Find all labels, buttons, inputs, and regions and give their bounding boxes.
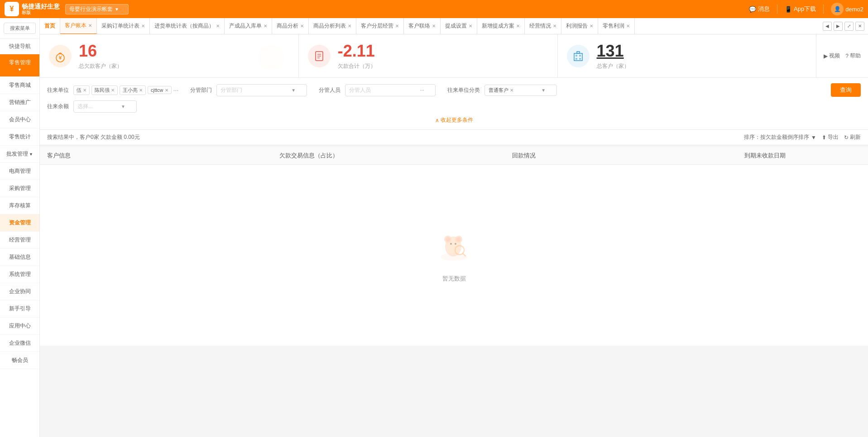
sidebar-item-basic-info[interactable]: 基础信息 [0, 249, 39, 266]
help-btn[interactable]: ? 帮助 [845, 38, 861, 74]
sidebar-item-new-guide[interactable]: 新手引导 [0, 300, 39, 318]
tab-close-all-btn[interactable]: ✕ [855, 22, 864, 31]
tab-accounts[interactable]: 客户账本 ✕ [60, 18, 97, 34]
tab-retail-profit-close[interactable]: ✕ [626, 24, 630, 28]
app-download-btn[interactable]: 📱 App下载 [785, 5, 816, 13]
table-header-customer: 客户信息 [47, 152, 279, 160]
empty-state: 暂无数据 [418, 209, 490, 301]
help-icon: ? [845, 53, 849, 59]
tab-stock-stat[interactable]: 进货单统计表（按商品） ✕ [150, 18, 225, 34]
user-btn[interactable]: 👤 demo2 [831, 3, 863, 15]
sidebar-item-member[interactable]: 会员中心 [0, 111, 39, 128]
tab-stock-stat-close[interactable]: ✕ [216, 24, 220, 28]
remove-tag-wu[interactable]: ✕ [83, 88, 86, 93]
tab-home[interactable]: 首页 [40, 18, 60, 34]
stat-label-total-customers: 总客户（家） [597, 62, 629, 70]
remove-category-tag[interactable]: ✕ [510, 88, 513, 93]
person-filter-label: 分管人员 [319, 86, 340, 94]
tab-customer-tier-close[interactable]: ✕ [395, 24, 399, 28]
video-btn[interactable]: ▶ 视频 [824, 38, 840, 74]
tab-raise-settings-close[interactable]: ✕ [469, 24, 472, 28]
export-btn[interactable]: ⬆ 导出 [822, 133, 839, 141]
tab-goods-list-close[interactable]: ✕ [348, 24, 351, 28]
tab-new-plan[interactable]: 新增提成方案 ✕ [477, 18, 525, 34]
sidebar-item-ecommerce[interactable]: 电商管理 [0, 163, 39, 180]
tab-customer-contact[interactable]: 客户联络 ✕ [404, 18, 441, 34]
tab-goods-analysis-close[interactable]: ✕ [300, 24, 304, 28]
tab-next-btn[interactable]: ▶ [834, 22, 843, 31]
tab-purchase-order[interactable]: 采购订单统计表 ✕ [97, 18, 150, 34]
svg-rect-10 [579, 55, 581, 57]
tab-raise-settings[interactable]: 提成设置 ✕ [441, 18, 477, 34]
tab-prev-btn[interactable]: ◀ [823, 22, 832, 31]
table-header-due-date: 到期未收款日期 [744, 152, 861, 160]
tab-biz-status-close[interactable]: ✕ [553, 24, 556, 28]
dept-select[interactable]: 分管部门 ▼ [216, 84, 307, 96]
query-button[interactable]: 查询 [831, 83, 861, 97]
sidebar-item-label: 经营管理 [9, 236, 31, 244]
refresh-btn[interactable]: ↻ 刷新 [844, 133, 861, 141]
receipt-icon [313, 50, 326, 62]
stat-info-total: 131 总客户（家） [597, 42, 629, 70]
balance-filter-label: 往来余额 [47, 103, 69, 110]
tab-expand-btn[interactable]: ⤢ [844, 22, 854, 31]
tab-profit-report[interactable]: 利润报告 ✕ [561, 18, 598, 34]
filter-row-2: 往来余额 选择... ▼ [47, 100, 861, 113]
app-container: ¥ 畅捷通好生意 标版 母婴行业演示帐套 ▼ 💬 消息 📱 App下载 [0, 0, 868, 437]
sidebar-item-marketing[interactable]: 营销推广 [0, 94, 39, 111]
tab-accounts-close[interactable]: ✕ [88, 23, 92, 28]
svg-rect-12 [579, 58, 581, 60]
more-options-icon: ··· [420, 87, 424, 93]
tab-goods-analysis[interactable]: 商品分析 ✕ [272, 18, 309, 34]
svg-point-19 [446, 237, 450, 242]
svg-rect-8 [574, 53, 582, 61]
tab-profit-report-close[interactable]: ✕ [590, 24, 593, 28]
tab-cost-in-close[interactable]: ✕ [264, 24, 267, 28]
chevron-down-icon: ▼ [115, 7, 119, 12]
sidebar-item-label: 零售商城 [9, 81, 31, 89]
sidebar-item-operations[interactable]: 经营管理 [0, 232, 39, 249]
tab-new-plan-close[interactable]: ✕ [516, 24, 520, 28]
table-header-repayment: 回款情况 [512, 152, 744, 160]
results-actions: 排序：按欠款金额倒序排序 ▼ ⬆ 导出 ↻ 刷新 [744, 133, 861, 141]
person-select[interactable]: 分管人员 ··· [345, 84, 436, 96]
search-menu-btn[interactable]: 搜索菜单 [4, 23, 36, 34]
sidebar-item-app-center[interactable]: 应用中心 [0, 318, 39, 335]
tab-retail-profit[interactable]: 零售利润 ✕ [598, 18, 635, 34]
tab-goods-list[interactable]: 商品分析列表 ✕ [309, 18, 356, 34]
sidebar-item-enterprise-wechat[interactable]: 企业微信 [0, 335, 39, 352]
message-btn[interactable]: 💬 消息 [749, 5, 770, 13]
quick-nav-btn[interactable]: 快捷导航 [0, 39, 39, 54]
logo-area: ¥ 畅捷通好生意 标版 [5, 2, 60, 16]
tab-cost-in[interactable]: 产成品入库单 ✕ [225, 18, 272, 34]
sort-selector[interactable]: 排序：按欠款金额倒序排序 ▼ [744, 133, 816, 141]
collapse-btn[interactable]: ∧ 收起更多条件 [435, 116, 473, 124]
balance-select[interactable]: 选择... ▼ [73, 100, 137, 113]
sidebar-item-inventory[interactable]: 库存核算 [0, 197, 39, 214]
remove-tag-chen[interactable]: ✕ [111, 88, 115, 93]
sidebar-item-sys-mgmt[interactable]: 系统管理 [0, 266, 39, 283]
tab-biz-status[interactable]: 经营情况 ✕ [525, 18, 561, 34]
export-label: 导出 [828, 133, 839, 141]
sidebar-item-retail[interactable]: 零售管理 ▼ [0, 54, 39, 77]
more-tags[interactable]: ··· [173, 86, 179, 94]
sidebar-item-retail-mall[interactable]: 零售商城 [0, 77, 39, 94]
sidebar-item-retail-stat[interactable]: 零售统计 [0, 128, 39, 146]
tab-purchase-order-close[interactable]: ✕ [141, 24, 145, 28]
tab-new-plan-label: 新增提成方案 [482, 22, 514, 30]
sidebar-item-batch-mgmt[interactable]: 批发管理 ▼ [0, 146, 39, 163]
demo-selector[interactable]: 母婴行业演示帐套 ▼ [65, 4, 129, 14]
tab-customer-tier[interactable]: 客户分层经营 ✕ [356, 18, 404, 34]
unit-category-select[interactable]: 普通客户 ✕ ▼ [484, 85, 557, 96]
sidebar-item-purchase[interactable]: 采购管理 [0, 180, 39, 197]
sidebar-item-vip-member[interactable]: 畅会员 [0, 352, 39, 369]
sidebar-item-label: 基础信息 [9, 253, 31, 261]
sidebar-item-finance[interactable]: 资金管理 [0, 214, 39, 232]
sidebar-item-label: 库存核算 [9, 202, 31, 209]
sidebar-item-enterprise[interactable]: 企业协同 [0, 283, 39, 300]
tab-customer-contact-close[interactable]: ✕ [432, 24, 436, 28]
dept-filter-label: 分管部门 [190, 86, 212, 94]
money-bag-icon: ¥ [54, 50, 67, 62]
remove-tag-cjttcw[interactable]: ✕ [165, 88, 168, 93]
remove-tag-wang[interactable]: ✕ [139, 88, 143, 93]
